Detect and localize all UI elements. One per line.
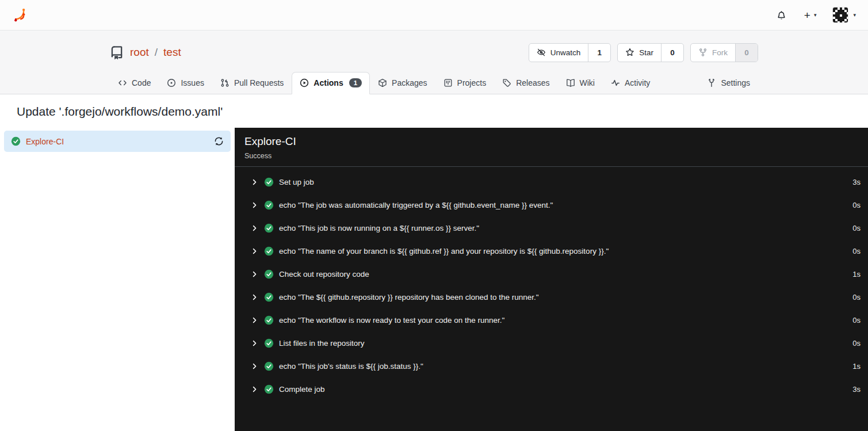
chevron-right-icon[interactable]	[250, 362, 259, 371]
step-row[interactable]: echo "This job is now running on a ${{ r…	[235, 216, 868, 239]
repo-action-button[interactable]: Star 0	[617, 43, 684, 62]
repo-tab[interactable]: Packages	[370, 72, 435, 94]
step-duration: 0s	[852, 339, 861, 348]
step-duration: 0s	[852, 293, 861, 302]
chevron-down-icon: ▾	[853, 12, 856, 18]
star-icon	[625, 48, 634, 57]
check-circle-icon	[264, 292, 274, 302]
step-row[interactable]: Set up job 3s	[235, 170, 868, 193]
step-name: Complete job	[279, 385, 325, 394]
repo-name-link[interactable]: test	[163, 46, 181, 59]
step-name: echo "The job was automatically triggere…	[279, 201, 553, 209]
chevron-right-icon[interactable]	[250, 247, 259, 255]
repo-tab[interactable]: Projects	[435, 72, 495, 94]
check-circle-icon	[264, 361, 274, 371]
play-circle-icon	[300, 78, 309, 87]
step-duration: 1s	[852, 270, 861, 279]
chevron-right-icon[interactable]	[250, 178, 259, 186]
tag-icon	[502, 78, 511, 87]
code-icon	[118, 78, 127, 87]
step-row[interactable]: Complete job 3s	[235, 377, 868, 401]
step-row[interactable]: Check out repository code 1s	[235, 262, 868, 285]
repo-tabs: Code Issues Pull Requests Actions 1	[110, 72, 758, 94]
step-row[interactable]: echo "The name of your branch is ${{ git…	[235, 239, 868, 262]
repo-owner-link[interactable]: root	[130, 46, 149, 59]
chevron-right-icon[interactable]	[250, 270, 259, 279]
check-circle-icon	[264, 269, 274, 279]
step-name: echo "The ${{ github.repository }} repos…	[279, 293, 539, 302]
repo-action-button[interactable]: Fork 0	[690, 43, 758, 62]
repo-tab[interactable]: Settings	[699, 72, 758, 94]
repo-book-icon	[110, 45, 124, 60]
run-content: Explore-CI Explore-CI Success Set up job…	[0, 128, 868, 431]
step-name: echo "The workflow is now ready to test …	[279, 316, 504, 325]
repo-action-count[interactable]: 0	[661, 44, 683, 62]
forgejo-logo[interactable]	[12, 7, 27, 22]
run-view: Update '.forgejo/workflows/demo.yaml' Ex…	[0, 94, 868, 431]
step-row[interactable]: echo "The ${{ github.repository }} repos…	[235, 285, 868, 308]
repo-tab[interactable]: Wiki	[558, 72, 603, 94]
workflow-run-title: Update '.forgejo/workflows/demo.yaml'	[0, 94, 868, 128]
create-new-button[interactable]: + ▾	[804, 10, 817, 21]
step-row[interactable]: echo "The workflow is now ready to test …	[235, 308, 868, 331]
issue-icon	[167, 78, 176, 87]
step-name: List files in the repository	[279, 339, 365, 348]
job-title: Explore-CI	[244, 135, 858, 148]
step-duration: 0s	[852, 316, 861, 325]
step-name: Set up job	[279, 178, 314, 186]
step-list: Set up job 3s echo "The job was automati…	[235, 167, 868, 404]
chevron-right-icon[interactable]	[250, 224, 259, 232]
chevron-right-icon[interactable]	[250, 201, 259, 209]
step-name: echo "This job's status is ${{ job.statu…	[279, 362, 423, 371]
navbar-right: + ▾ ▾	[777, 7, 856, 23]
fork-icon	[698, 48, 708, 57]
repo-title-row: root / test Unwatch 1	[110, 43, 758, 62]
project-icon	[443, 78, 453, 87]
job-name: Explore-CI	[26, 137, 64, 146]
step-name: Check out repository code	[279, 270, 369, 279]
step-row[interactable]: echo "The job was automatically triggere…	[235, 193, 868, 216]
step-duration: 0s	[852, 224, 861, 232]
chevron-right-icon[interactable]	[250, 293, 259, 302]
job-log-header: Explore-CI Success	[235, 128, 868, 167]
step-name: echo "The name of your branch is ${{ git…	[279, 247, 609, 255]
check-circle-icon	[264, 384, 274, 394]
user-avatar[interactable]	[832, 7, 848, 23]
notifications-bell-icon[interactable]	[777, 10, 786, 20]
chevron-right-icon[interactable]	[250, 339, 259, 348]
chevron-right-icon[interactable]	[250, 385, 259, 394]
repo-tab[interactable]: Actions 1	[292, 72, 370, 94]
step-duration: 3s	[852, 385, 861, 394]
step-duration: 0s	[852, 201, 861, 209]
check-circle-icon	[264, 246, 274, 256]
repo-header: root / test Unwatch 1	[0, 30, 868, 94]
repo-action-button[interactable]: Unwatch 1	[529, 43, 611, 62]
check-circle-icon	[264, 177, 274, 187]
pull-request-icon	[220, 78, 230, 87]
repo-action-count[interactable]: 1	[588, 44, 610, 62]
job-status: Success	[244, 152, 858, 160]
tab-count-badge: 1	[349, 78, 362, 87]
repo-action-label[interactable]: Fork	[691, 44, 736, 62]
job-item[interactable]: Explore-CI	[4, 131, 231, 152]
check-circle-icon	[264, 338, 274, 348]
repo-separator: /	[155, 46, 158, 59]
step-duration: 3s	[852, 178, 861, 186]
repo-action-label[interactable]: Unwatch	[529, 44, 589, 62]
job-log-panel: Explore-CI Success Set up job 3s echo	[235, 128, 868, 431]
book-icon	[566, 78, 575, 87]
repo-tab[interactable]: Pull Requests	[212, 72, 292, 94]
chevron-right-icon[interactable]	[250, 316, 259, 325]
repo-action-label[interactable]: Star	[618, 44, 661, 62]
step-row[interactable]: echo "This job's status is ${{ job.statu…	[235, 354, 868, 377]
repo-tab[interactable]: Code	[110, 72, 159, 94]
repo-tab[interactable]: Releases	[494, 72, 557, 94]
jobs-sidebar: Explore-CI	[0, 128, 235, 431]
repo-tab[interactable]: Activity	[603, 72, 658, 94]
step-row[interactable]: List files in the repository 0s	[235, 331, 868, 354]
rerun-refresh-icon[interactable]	[214, 136, 224, 146]
repo-action-count[interactable]: 0	[736, 44, 758, 62]
check-circle-icon	[11, 136, 21, 146]
chevron-down-icon: ▾	[814, 12, 817, 18]
repo-tab[interactable]: Issues	[159, 72, 212, 94]
